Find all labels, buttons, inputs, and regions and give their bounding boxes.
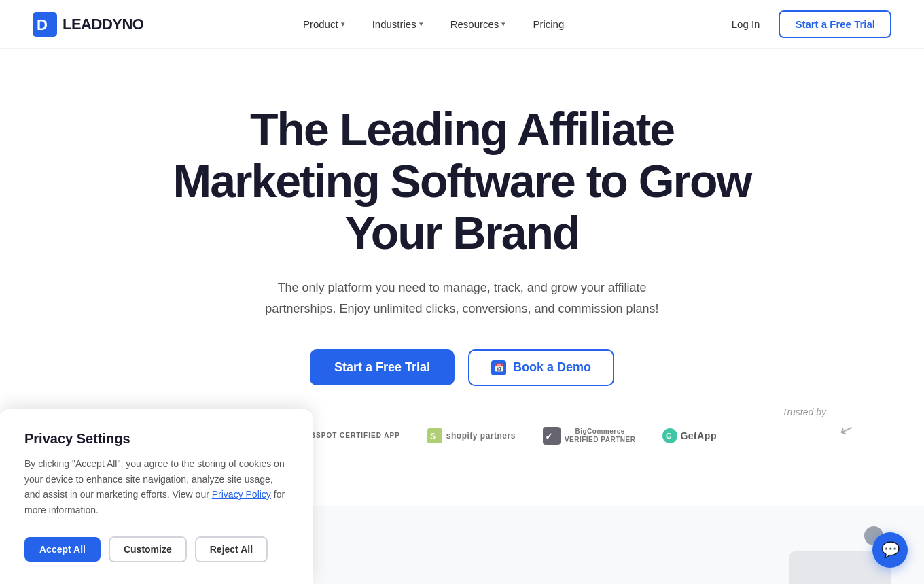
- chevron-down-icon: ▾: [501, 20, 505, 29]
- nav-product[interactable]: Product ▾: [292, 13, 356, 35]
- privacy-text: By clicking "Accept All", you agree to t…: [24, 456, 288, 517]
- privacy-buttons: Accept All Customize Reject All: [24, 536, 288, 562]
- nav-resources[interactable]: Resources ▾: [440, 13, 517, 35]
- bigcommerce-icon: ✓: [543, 427, 561, 445]
- customize-button[interactable]: Customize: [109, 536, 187, 562]
- nav-actions: Log In Start a Free Trial: [724, 10, 891, 38]
- logo-text: LEADDYNO: [63, 16, 143, 33]
- svg-text:S: S: [430, 432, 436, 441]
- chat-icon: 💬: [881, 541, 900, 559]
- nav-industries[interactable]: Industries ▾: [361, 13, 434, 35]
- nav-trial-button[interactable]: Start a Free Trial: [779, 10, 891, 38]
- chevron-down-icon: ▾: [341, 20, 345, 29]
- privacy-policy-link[interactable]: Privacy Policy: [212, 489, 271, 500]
- shopify-logo: S shopify partners: [427, 428, 516, 443]
- reject-all-button[interactable]: Reject All: [195, 536, 268, 562]
- hero-trial-button[interactable]: Start a Free Trial: [310, 349, 455, 385]
- nav-pricing[interactable]: Pricing: [522, 13, 575, 35]
- bigcommerce-logo: ✓ BigCommerceVERIFIED PARTNER: [543, 427, 636, 445]
- svg-text:D: D: [37, 16, 48, 33]
- accept-all-button[interactable]: Accept All: [24, 537, 101, 562]
- trusted-label: Trusted by: [782, 407, 826, 417]
- calendar-icon: 📅: [491, 360, 506, 375]
- logo[interactable]: D LEADDYNO: [33, 12, 143, 37]
- chevron-down-icon: ▾: [419, 20, 423, 29]
- login-button[interactable]: Log In: [724, 13, 768, 35]
- getapp-icon: G: [662, 428, 677, 443]
- chat-button[interactable]: 💬: [872, 532, 908, 568]
- navbar: D LEADDYNO Product ▾ Industries ▾ Resour…: [0, 0, 924, 49]
- svg-text:✓: ✓: [545, 431, 554, 442]
- privacy-banner: Privacy Settings By clicking "Accept All…: [0, 409, 313, 584]
- hero-demo-button[interactable]: 📅 Book a Demo: [468, 349, 614, 386]
- getapp-logo: G GetApp: [662, 428, 717, 443]
- hero-buttons: Start a Free Trial 📅 Book a Demo: [16, 349, 908, 386]
- svg-text:G: G: [666, 432, 672, 440]
- hero-subtitle: The only platform you need to manage, tr…: [258, 277, 666, 319]
- hero-title: The Leading Affiliate Marketing Software…: [156, 103, 768, 258]
- shopify-icon: S: [427, 428, 442, 443]
- privacy-title: Privacy Settings: [24, 431, 288, 447]
- nav-links: Product ▾ Industries ▾ Resources ▾ Prici…: [292, 13, 575, 35]
